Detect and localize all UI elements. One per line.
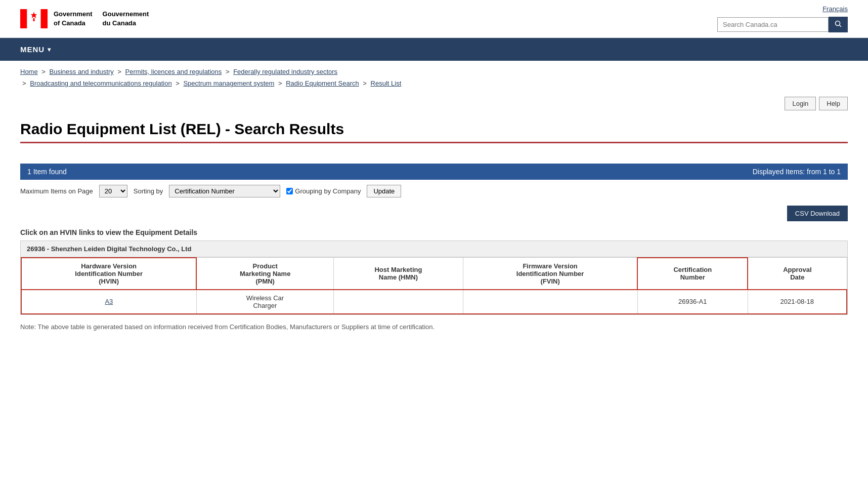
- fvin-cell: [463, 290, 637, 314]
- breadcrumb-broadcasting[interactable]: Broadcasting and telecommunications regu…: [30, 79, 171, 87]
- search-button[interactable]: [829, 17, 848, 32]
- hvin-cell: A3: [21, 290, 196, 314]
- pmn-header: ProductMarketing Name(PMN): [196, 258, 333, 290]
- breadcrumb-business[interactable]: Business and industry: [50, 68, 114, 75]
- site-header: Government of Canada Gouvernement du Can…: [0, 0, 868, 38]
- menu-button[interactable]: MENU ▾: [20, 38, 51, 61]
- hmn-header: Host MarketingName (HMN): [334, 258, 463, 290]
- svg-line-6: [840, 25, 842, 27]
- hvin-header: Hardware VersionIdentification Number(HV…: [21, 258, 196, 290]
- results-table-wrapper: 26936 - Shenzhen Leiden Digital Technolo…: [20, 241, 848, 315]
- cert-num-header: CertificationNumber: [637, 258, 748, 290]
- search-bar: [717, 17, 848, 32]
- breadcrumb-permits[interactable]: Permits, licences and regulations: [125, 68, 222, 75]
- menu-label: MENU: [20, 45, 45, 54]
- title-underline: [20, 142, 848, 143]
- breadcrumb-result-list[interactable]: Result List: [371, 79, 402, 87]
- approval-date-cell: 2021-08-18: [748, 290, 847, 314]
- nav-bar: MENU ▾: [0, 38, 868, 61]
- hmn-cell: [334, 290, 463, 314]
- instruction-text: Click on an HVIN links to view the Equip…: [20, 228, 848, 236]
- action-buttons: Login Help: [0, 92, 868, 115]
- grouping-checkbox[interactable]: [286, 188, 293, 194]
- fvin-header: Firmware VersionIdentification Number(FV…: [463, 258, 637, 290]
- update-button[interactable]: Update: [367, 185, 401, 197]
- cert-num-cell: 26936-A1: [637, 290, 748, 314]
- breadcrumb-home[interactable]: Home: [20, 68, 38, 75]
- gov-fr-line2: du Canada: [103, 19, 149, 28]
- csv-row: CSV Download: [20, 203, 848, 224]
- max-items-label: Maximum Items on Page: [20, 187, 93, 195]
- gov-fr-line1: Gouvernement: [103, 10, 149, 19]
- breadcrumb-spectrum[interactable]: Spectrum management system: [183, 79, 274, 87]
- company-header: 26936 - Shenzhen Leiden Digital Technolo…: [21, 241, 847, 257]
- controls-row: Maximum Items on Page 20 50 100 Sorting …: [20, 180, 848, 203]
- help-button[interactable]: Help: [819, 97, 848, 110]
- sorting-select[interactable]: Certification Number HVIN Product Market…: [169, 185, 280, 197]
- search-icon: [835, 20, 842, 27]
- hvin-link[interactable]: A3: [105, 298, 113, 305]
- gov-en-line1: Government: [54, 10, 93, 19]
- menu-chevron-icon: ▾: [48, 46, 51, 53]
- result-banner: 1 Item found Displayed Items: from 1 to …: [20, 164, 848, 180]
- grouping-text: Grouping by Company: [295, 187, 361, 195]
- francais-link[interactable]: Français: [822, 5, 848, 13]
- page-title-area: Radio Equipment List (REL) - Search Resu…: [0, 115, 868, 153]
- svg-rect-0: [20, 9, 27, 28]
- displayed-label: Displayed Items: from 1 to 1: [753, 168, 841, 176]
- page-title: Radio Equipment List (REL) - Search Resu…: [20, 121, 848, 138]
- approval-date-header: ApprovalDate: [748, 258, 847, 290]
- login-button[interactable]: Login: [785, 97, 816, 110]
- table-row: A3 Wireless CarCharger 26936-A1 2021-08-…: [21, 290, 847, 314]
- sorting-label: Sorting by: [134, 187, 163, 195]
- grouping-label[interactable]: Grouping by Company: [286, 187, 361, 195]
- svg-point-5: [836, 21, 840, 26]
- svg-rect-2: [41, 9, 48, 28]
- header-right: Français: [717, 5, 848, 32]
- gov-en-line2: of Canada: [54, 19, 93, 28]
- government-name: Government of Canada Gouvernement du Can…: [54, 10, 149, 28]
- csv-download-button[interactable]: CSV Download: [787, 206, 848, 221]
- svg-rect-4: [33, 18, 35, 21]
- canada-flag-icon: [20, 9, 48, 28]
- max-items-select[interactable]: 20 50 100: [99, 185, 127, 197]
- note-text: Note: The above table is generated based…: [20, 315, 848, 334]
- breadcrumb-federally[interactable]: Federally regulated industry sectors: [233, 68, 337, 75]
- breadcrumb-radio-equipment[interactable]: Radio Equipment Search: [286, 79, 359, 87]
- pmn-cell: Wireless CarCharger: [196, 290, 333, 314]
- table-header-row: Hardware VersionIdentification Number(HV…: [21, 258, 847, 290]
- breadcrumb: Home > Business and industry > Permits, …: [0, 61, 868, 92]
- results-table: Hardware VersionIdentification Number(HV…: [21, 257, 847, 314]
- search-input[interactable]: [717, 17, 829, 32]
- results-section: 1 Item found Displayed Items: from 1 to …: [0, 153, 868, 344]
- item-found-label: 1 Item found: [27, 168, 67, 176]
- logo-area: Government of Canada Gouvernement du Can…: [20, 9, 149, 28]
